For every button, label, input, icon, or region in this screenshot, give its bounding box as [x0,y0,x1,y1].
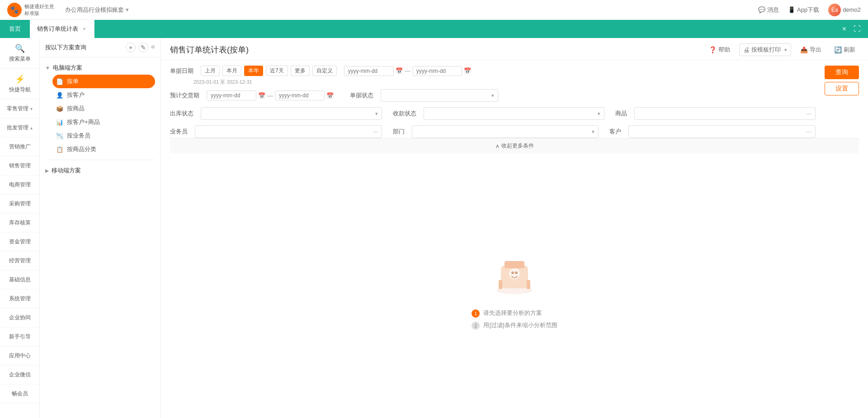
filter-item-by-salesperson[interactable]: 📉 按业务员 [52,129,155,142]
sidebar-item-wholesale[interactable]: 批发管理 ▴ [0,119,39,138]
department-select[interactable]: ▾ [412,125,599,138]
suite-title-arrow[interactable]: ▾ [126,6,129,13]
sidebar-item-purchase[interactable]: 采购管理 [0,195,39,214]
logo-icon: 🐾 [7,3,22,17]
empty-tip-2: 2 用[过滤]条件来缩小分析范围 [472,321,557,330]
user-profile[interactable]: Ea demo2 [828,4,861,16]
delivery-status-label: 出库状态 [170,109,193,118]
svg-point-4 [511,271,514,274]
settings-button[interactable]: 设置 [825,82,859,95]
username-label: demo2 [843,6,861,13]
collapse-icon: ∧ [495,143,500,149]
delivery-end-input[interactable] [275,90,325,100]
app-download-action[interactable]: 📱 App下载 [788,6,819,14]
payment-status-select[interactable]: ▾ [424,107,605,120]
delivery-start-cal-icon[interactable]: 📅 [258,92,265,99]
sidebar-item-operations[interactable]: 经营管理 [0,252,39,271]
sidebar-item-member[interactable]: 畅会员 [0,385,39,404]
by-salesperson-label: 按业务员 [67,132,90,140]
sidebar-item-newbie-label: 新手引导 [9,333,31,340]
tab-bar-right: × ⛶ [840,23,868,35]
filter-edit-icon[interactable]: ✎ [138,43,148,52]
sidebar-item-wholesale-label: 批发管理 [7,124,28,132]
app-download-label: App下载 [797,6,819,14]
date-btn-last-7-days[interactable]: 近7天 [266,66,288,76]
date-start-calendar-icon[interactable]: 📅 [396,67,403,74]
date-btn-custom[interactable]: 自定义 [312,66,337,76]
product-select[interactable]: ··· [634,107,816,120]
sidebar-item-newbie[interactable]: 新手引导 [0,328,39,347]
print-btn[interactable]: 🖨 按模板打印 ▾ [739,43,791,56]
by-salesperson-icon: 📉 [56,133,63,139]
sidebar-item-search-menu[interactable]: 🔍 搜索菜单 [0,38,39,69]
sidebar-item-search-menu-label: 搜索菜单 [9,56,31,62]
sidebar-item-sales-label: 销售管理 [9,162,31,169]
sidebar-item-marketing[interactable]: 营销推广 [0,138,39,157]
filter-collapse-btn[interactable]: « [151,43,155,52]
print-arrow-icon: ▾ [784,47,787,53]
date-end-input[interactable] [412,66,462,76]
sidebar-item-wechat[interactable]: 企业微信 [0,366,39,385]
tab-close-icon[interactable]: × [82,25,87,33]
quick-nav-icon: ⚡ [2,74,38,84]
department-label: 部门 [393,128,405,136]
message-action[interactable]: 💬 消息 [758,6,779,14]
sidebar-item-retail[interactable]: 零售管理 ▾ [0,100,39,119]
date-btn-this-year[interactable]: 本年 [244,66,263,76]
close-window-icon[interactable]: × [840,23,848,35]
tab-home[interactable]: 首页 [0,20,30,38]
filter-item-by-customer-product[interactable]: 📊 按客户+商品 [52,115,155,129]
empty-tips: 1 请先选择要分析的方案 2 用[过滤]条件来缩小分析范围 [472,309,557,330]
date-btn-more[interactable]: 更多 [291,66,310,76]
customer-select[interactable]: ··· [628,125,816,138]
date-end-calendar-icon[interactable]: 📅 [464,67,471,74]
department-arrow: ▾ [592,129,594,135]
tab-active[interactable]: 销售订单统计表 × [30,20,94,38]
mobile-section-toggle[interactable]: ▶ 移动端方案 [45,164,155,177]
filter-item-by-customer[interactable]: 👤 按客户 [52,88,155,102]
fullscreen-icon[interactable]: ⛶ [852,23,863,35]
delivery-separator: — [267,92,273,99]
sidebar-item-sales[interactable]: 销售管理 [0,157,39,176]
svg-rect-7 [527,280,530,289]
status-select[interactable]: ▾ [381,89,498,102]
query-button[interactable]: 查询 [825,66,859,79]
customer-label: 客户 [609,128,621,136]
top-header: 🐾 畅捷通好生意 标准版 办公用品行业模拟账套 ▾ 💬 消息 📱 App下载 E… [0,0,868,20]
by-customer-product-icon: 📊 [56,119,63,126]
delivery-status-select[interactable]: ▾ [201,107,382,120]
sidebar-item-ecommerce[interactable]: 电商管理 [0,176,39,195]
filter-item-by-product[interactable]: 📦 按商品 [52,102,155,115]
filter-row-4: 业务员 ··· 部门 ▾ 客户 [170,125,816,138]
sidebar-item-basic[interactable]: 基础信息 [0,271,39,290]
salesperson-dots[interactable]: ··· [373,128,378,135]
refresh-btn[interactable]: 🔄 刷新 [830,44,859,56]
product-select-dots[interactable]: ··· [806,110,811,117]
sidebar-item-operations-label: 经营管理 [9,257,31,264]
logo-text: 畅捷通好生意 标准版 [24,3,54,16]
sidebar-item-inventory[interactable]: 库存核算 [0,214,39,233]
delivery-start-input[interactable] [207,90,256,100]
collapse-bar[interactable]: ∧ 收起更多条件 [170,138,859,153]
date-btn-last-month[interactable]: 上月 [201,66,220,76]
filter-section-mobile: ▶ 移动端方案 [40,160,160,181]
sidebar-item-inventory-label: 库存核算 [9,219,31,226]
filter-item-by-category[interactable]: 📋 按商品分类 [52,142,155,156]
sidebar-item-enterprise[interactable]: 企业协同 [0,309,39,328]
salesperson-select[interactable]: ··· [195,125,382,138]
delivery-end-cal-icon[interactable]: 📅 [326,92,334,99]
help-btn[interactable]: ❓ 帮助 [705,44,734,56]
pc-section-toggle[interactable]: ▼ 电脑端方案 [45,61,155,75]
date-start-input[interactable] [344,66,394,76]
date-range-display: 2023-01-01 至 2023-12-31 [193,79,816,86]
filter-item-by-order[interactable]: 📄 按单 [52,75,155,88]
filter-add-icon[interactable]: + [126,43,136,52]
filter-bar: 单据日期 上月 本月 本年 近7天 更多 自定义 � [161,60,868,159]
customer-dots[interactable]: ··· [806,128,811,135]
sidebar-item-finance[interactable]: 资金管理 [0,233,39,252]
sidebar-item-system[interactable]: 系统管理 [0,290,39,309]
sidebar-item-appcenter[interactable]: 应用中心 [0,347,39,366]
sidebar-item-quick-nav[interactable]: ⚡ 快捷导航 [0,69,39,100]
date-btn-this-month[interactable]: 本月 [222,66,241,76]
export-btn[interactable]: 📤 导出 [797,44,825,56]
